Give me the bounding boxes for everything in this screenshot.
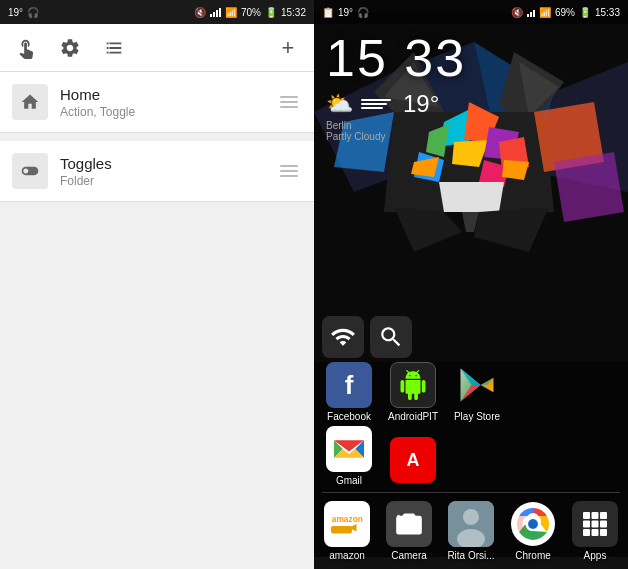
clock-time: 15 33 [326,32,616,84]
androidpit-label: AndroidPIT [388,411,438,422]
left-headphones-icon: 🎧 [27,7,39,18]
toggles-item-text: Toggles Folder [60,155,264,188]
right-wifi-icon: 📶 [539,7,551,18]
main-app-row: f Facebook AndroidPIT [314,360,628,424]
chrome-icon [510,501,556,547]
amazon-app[interactable]: amazon amazon [316,501,378,561]
left-temp: 19° [8,7,23,18]
right-status-icons-left: 📋 19° 🎧 [322,7,369,18]
amazon-label: amazon [329,550,365,561]
home-item-subtitle: Action, Toggle [60,105,264,119]
svg-rect-35 [331,526,352,534]
svg-rect-50 [583,529,590,536]
toggles-item-handle[interactable] [276,161,302,181]
toggles-item-subtitle: Folder [60,174,264,188]
gmail-icon [326,426,372,472]
apps-label: Apps [584,550,607,561]
amazon-icon: amazon [324,501,370,547]
svg-rect-46 [600,512,607,519]
right-panel: 📋 19° 🎧 🔇 📶 69% 🔋 15:33 15 33 ⛅ [314,0,628,569]
contact-app[interactable]: Rita Orsi... [440,501,502,561]
apps-area: f Facebook AndroidPIT [314,142,628,569]
toggles-item-icon [12,153,48,189]
right-status-icons-right: 🔇 📶 69% 🔋 15:33 [511,7,620,18]
add-button[interactable]: + [274,34,302,62]
dock-separator [322,492,620,493]
shortcuts-list: Home Action, Toggle Toggles Folder [0,72,314,569]
playstore-app[interactable]: Play Store [446,362,508,422]
gmail-label: Gmail [336,475,362,486]
camera-icon [386,501,432,547]
right-status-bar: 📋 19° 🎧 🔇 📶 69% 🔋 15:33 [314,0,628,24]
apps-grid-icon [572,501,618,547]
left-status-left: 19° 🎧 [8,7,39,18]
svg-rect-52 [600,529,607,536]
left-toolbar: + [0,24,314,72]
svg-point-38 [463,509,479,525]
left-wifi-icon: 📶 [225,7,237,18]
svg-rect-51 [592,529,599,536]
androidpit-icon [390,362,436,408]
home-item-title: Home [60,86,264,103]
list-gap [0,133,314,141]
left-battery-icon: 🔋 [265,7,277,18]
clock-area: 15 33 [314,24,628,88]
weather-description: Partly Cloudy [326,131,616,142]
right-content: 15 33 ⛅ 19° Berlin Partly Cloudy [314,24,628,569]
chrome-app[interactable]: Chrome [502,501,564,561]
weather-lines [361,99,391,109]
svg-text:amazon: amazon [332,514,363,524]
weather-row: ⛅ 19° [314,88,628,120]
grid-icon[interactable] [100,34,128,62]
list-item[interactable]: Toggles Folder [0,141,314,202]
left-status-right: 🔇 📶 70% 🔋 15:32 [194,7,306,18]
camera-label: Camera [391,550,427,561]
camera-app[interactable]: Camera [378,501,440,561]
facebook-icon: f [326,362,372,408]
gear-icon[interactable] [56,34,84,62]
right-signal-icon [527,7,535,17]
weather-location: Berlin [326,120,616,131]
signal-widget-icon[interactable] [370,316,412,358]
second-app-row: Gmail A [314,424,628,488]
chrome-label: Chrome [515,550,551,561]
widget-icon-row [314,314,628,360]
gmail-app[interactable]: Gmail [318,426,380,486]
left-battery: 70% [241,7,261,18]
home-item-handle[interactable] [276,92,302,112]
hand-icon[interactable] [12,34,40,62]
playstore-label: Play Store [454,411,500,422]
right-time: 15:33 [595,7,620,18]
acrobat-app[interactable]: A [382,437,444,486]
list-item[interactable]: Home Action, Toggle [0,72,314,133]
facebook-label: Facebook [327,411,371,422]
left-signal-icon [210,7,221,17]
right-battery: 69% [555,7,575,18]
right-battery-icon: 🔋 [579,7,591,18]
dock-row: amazon amazon Camera [314,497,628,565]
contact-icon [448,501,494,547]
svg-point-43 [529,520,538,529]
acrobat-icon: A [390,437,436,483]
playstore-icon [454,362,500,408]
right-mute-icon: 🔇 [511,7,523,18]
weather-text-area: Berlin Partly Cloudy [314,120,628,142]
right-temp: 19° [338,7,353,18]
left-panel: 19° 🎧 🔇 📶 70% 🔋 15:32 [0,0,314,569]
facebook-app[interactable]: f Facebook [318,362,380,422]
androidpit-app[interactable]: AndroidPIT [382,362,444,422]
apps-button[interactable]: Apps [564,501,626,561]
right-notification-icon: 📋 [322,7,334,18]
toggles-item-title: Toggles [60,155,264,172]
left-time: 15:32 [281,7,306,18]
svg-rect-49 [600,521,607,528]
home-item-icon [12,84,48,120]
home-item-text: Home Action, Toggle [60,86,264,119]
weather-icon: ⛅ [326,91,353,117]
contact-label: Rita Orsi... [447,550,494,561]
left-mute-icon: 🔇 [194,7,206,18]
weather-temp: 19° [403,90,439,118]
svg-rect-45 [592,512,599,519]
right-headphones-icon: 🎧 [357,7,369,18]
wifi-widget-icon[interactable] [322,316,364,358]
